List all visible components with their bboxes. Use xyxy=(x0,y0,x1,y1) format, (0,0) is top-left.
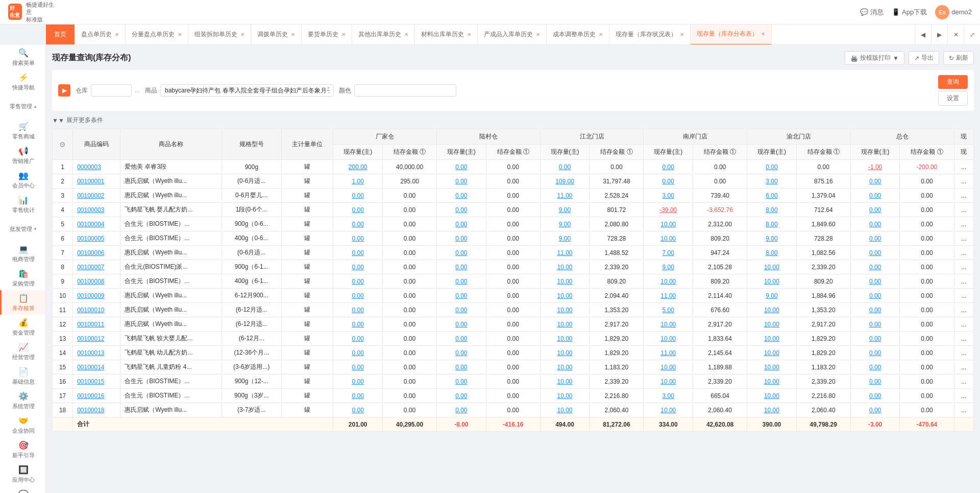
goods-input[interactable] xyxy=(160,84,334,97)
sidebar-item-retail-mgmt[interactable]: 零售管理 ▲ xyxy=(0,94,45,119)
tab-diaob[interactable]: 调拨单历史 ✕ xyxy=(251,25,302,45)
sidebar-item-apps[interactable]: 🔲 应用中心 xyxy=(0,462,45,486)
sidebar-item-basic-info[interactable]: 📄 基础信息 xyxy=(0,364,45,388)
row-cf-qty: 0.00 xyxy=(333,231,382,246)
row-na-amt: 2,312.00 xyxy=(693,217,747,231)
row-name: 合生元（BIOSTIME）... xyxy=(120,374,222,389)
row-spec: (0-6月适... xyxy=(222,174,281,189)
row-zc-amt: 0.00 xyxy=(900,260,954,274)
expand-more-btn[interactable]: ▼▼ 展开更多条件 xyxy=(52,116,974,125)
row-cf-amt: 295.00 xyxy=(382,174,436,189)
tab-home[interactable]: 首页 xyxy=(46,25,75,45)
warehouse-label: 仓库 xyxy=(76,86,88,95)
tab-close-icon[interactable]: ✕ xyxy=(761,31,765,37)
total-lc-amt: -416.16 xyxy=(486,417,540,432)
tab-prev-btn[interactable]: ◀ xyxy=(915,25,931,45)
sidebar-item-purchase[interactable]: 🛍️ 采购管理 xyxy=(0,266,45,290)
tab-close-icon[interactable]: ✕ xyxy=(115,32,119,37)
th-zc-qty: 现存量(主) xyxy=(850,145,899,160)
table-row: 3 00100002 惠氏启赋（Wyeth illu... 0-6月婴儿... … xyxy=(53,189,974,203)
export-btn[interactable]: ↗ 导出 xyxy=(909,51,939,65)
tab-close-icon[interactable]: ✕ xyxy=(240,32,244,37)
marketing-icon: 📢 xyxy=(18,146,29,156)
sidebar-item-marketing[interactable]: 📢 营销推广 xyxy=(0,143,45,168)
tab-chancheng[interactable]: 产成品入库单历史 ✕ xyxy=(478,25,547,45)
refresh-btn[interactable]: ↻ 刷新 xyxy=(943,51,974,65)
tab-expand-btn[interactable]: ⤢ xyxy=(964,25,980,45)
row-code: 00100014 xyxy=(73,360,120,374)
tab-close-icon[interactable]: ✕ xyxy=(291,32,295,37)
tab-next-btn[interactable]: ▶ xyxy=(931,25,947,45)
sidebar-item-operations[interactable]: 📈 经营管理 xyxy=(0,339,45,364)
sidebar-item-members[interactable]: 👥 会员中心 xyxy=(0,168,45,192)
row-lc-qty: 0.00 xyxy=(437,389,486,403)
row-unit: 罐 xyxy=(281,203,333,217)
table-row: 13 00100012 飞鹤星飞帆 较大婴儿配... (6-12月... 罐 0… xyxy=(53,332,974,346)
tab-qita[interactable]: 其他出库单历史 ✕ xyxy=(352,25,415,45)
row-code: 00100016 xyxy=(73,389,120,403)
row-cf-amt: 0.00 xyxy=(382,217,436,231)
row-extra: ... xyxy=(954,174,973,189)
row-na-amt: 665.04 xyxy=(693,389,747,403)
row-zc-amt: 0.00 xyxy=(900,246,954,260)
row-yb-amt: 1,829.20 xyxy=(796,346,850,360)
warehouse-input[interactable] xyxy=(91,84,132,97)
row-lc-qty: 0.00 xyxy=(437,374,486,389)
app-download-btn[interactable]: 📱 App下载 xyxy=(892,8,927,17)
sidebar-item-ecommerce[interactable]: 💻 电商管理 xyxy=(0,241,45,266)
sidebar-item-wholesale[interactable]: 批发管理 ▼ xyxy=(0,217,45,241)
tab-close-icon[interactable]: ✕ xyxy=(341,32,346,37)
print-btn[interactable]: 🖨️ 按模版打印 ▼ xyxy=(845,51,904,65)
tab-zuhe[interactable]: 组装拆卸单历史 ✕ xyxy=(188,25,251,45)
tab-close-icon[interactable]: ✕ xyxy=(536,32,540,37)
tab-close-icon[interactable]: ✕ xyxy=(178,32,182,37)
tab-close-icon[interactable]: ✕ xyxy=(599,32,603,37)
sidebar-item-enterprise[interactable]: 🤝 企业协同 xyxy=(0,413,45,437)
settings-button[interactable]: 设置 xyxy=(938,91,968,106)
sidebar-item-retail-stats[interactable]: 📊 零售统计 xyxy=(0,192,45,217)
sidebar-item-finance[interactable]: 💰 资金管理 xyxy=(0,315,45,339)
row-yb-qty: 9.00 xyxy=(747,231,796,246)
th-code: 商品编码 xyxy=(73,129,120,160)
row-spec: 900g（0-6... xyxy=(222,217,281,231)
query-button[interactable]: 查询 xyxy=(938,75,968,89)
row-lc-qty: 0.00 xyxy=(437,303,486,317)
tab-fenpan[interactable]: 分量盘点单历史 ✕ xyxy=(126,25,188,45)
row-lc-qty: 0.00 xyxy=(437,289,486,303)
row-cf-qty: 0.00 xyxy=(333,189,382,203)
tab-chengben[interactable]: 成本调整单历史 ✕ xyxy=(547,25,609,45)
tab-close-icon[interactable]: ✕ xyxy=(680,32,684,37)
row-jb-qty: 10.00 xyxy=(540,403,589,417)
row-zc-qty: 0.00 xyxy=(850,189,899,203)
filter-expand-btn[interactable]: ▶ xyxy=(58,84,70,97)
tab-cailiao[interactable]: 材料出库单历史 ✕ xyxy=(415,25,478,45)
row-yb-amt: 1,353.20 xyxy=(796,303,850,317)
sidebar-item-retail-mall[interactable]: 🛒 零售商城 xyxy=(0,119,45,143)
table-row: 4 00100003 飞鹤星飞帆 婴儿配方奶... 1段(0-6个... 罐 0… xyxy=(53,203,974,217)
tab-yaohuo[interactable]: 要货单历史 ✕ xyxy=(302,25,352,45)
tab-close-all-btn[interactable]: ✕ xyxy=(947,25,964,45)
sidebar-item-search[interactable]: 🔍 搜索英单 xyxy=(0,45,45,69)
sidebar-item-system[interactable]: ⚙️ 系统管理 xyxy=(0,388,45,413)
row-cf-qty: 0.00 xyxy=(333,346,382,360)
row-lc-amt: 0.00 xyxy=(486,203,540,217)
row-na-qty: 10.00 xyxy=(644,274,693,289)
row-code: 00100004 xyxy=(73,217,120,231)
color-input[interactable] xyxy=(354,84,456,97)
sidebar-item-inventory[interactable]: 📋 库存核算 xyxy=(0,290,45,315)
tab-close-icon[interactable]: ✕ xyxy=(404,32,408,37)
sidebar-item-wechat[interactable]: 💬 企业微信 xyxy=(0,486,45,493)
th-settings[interactable]: ⚙ xyxy=(53,129,73,160)
tab-xiancun1[interactable]: 现存量（库存状况表） ✕ xyxy=(609,25,691,45)
tab-xiancun2[interactable]: 现存量（库存分布表） ✕ xyxy=(691,25,772,45)
user-menu[interactable]: Ea demo2 xyxy=(935,5,972,19)
row-na-amt: 809.20 xyxy=(693,231,747,246)
tab-pandian[interactable]: 盘点单历史 ✕ xyxy=(75,25,126,45)
row-yb-qty: 10.00 xyxy=(747,260,796,274)
sidebar-item-guide[interactable]: 🎯 新手引导 xyxy=(0,437,45,462)
sidebar-item-quicknav[interactable]: ⚡ 快捷导航 xyxy=(0,69,45,94)
filter-bar: ▶ 仓库 ... 商品 颜色 查询 设置 xyxy=(52,70,974,111)
row-zc-amt: 0.00 xyxy=(900,303,954,317)
message-btn[interactable]: 💬 消息 xyxy=(860,8,884,17)
tab-close-icon[interactable]: ✕ xyxy=(467,32,471,37)
